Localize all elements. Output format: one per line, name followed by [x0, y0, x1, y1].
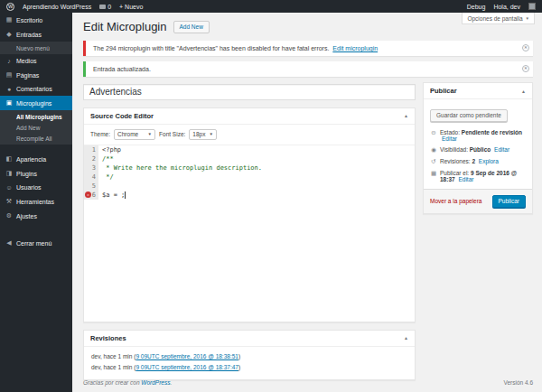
calendar-icon: ▦: [430, 170, 437, 177]
sidebar-subitem-all-microplugins[interactable]: All Microplugins: [0, 111, 72, 122]
publish-date-label: Publicar el:: [440, 170, 469, 176]
sidebar-item-comentarios[interactable]: ● Comentarios: [0, 82, 72, 96]
screen-options-label: Opciones de pantalla: [467, 15, 522, 22]
sidebar-item-microplugins[interactable]: ▣ Microplugins: [0, 96, 72, 110]
comments-shortcut[interactable]: 0: [99, 4, 111, 10]
settings-icon: ⚙: [5, 212, 13, 219]
page-title: Edit Microplugin: [83, 20, 167, 33]
edit-date-link[interactable]: Editar: [458, 176, 473, 182]
code-editor[interactable]: 1 <?php 2 /** 3 * Write here the micropl…: [84, 145, 415, 322]
collapse-menu-button[interactable]: ◀ Cerrar menú: [0, 236, 72, 250]
sidebar-item-label: Microplugins: [16, 100, 51, 107]
media-icon: ♪: [5, 58, 13, 64]
microplugins-icon: ▣: [5, 99, 13, 107]
status-value: Pendiente de revisión: [462, 129, 522, 135]
revisions-header[interactable]: Revisiones ▲: [84, 331, 415, 347]
pages-icon: ▤: [5, 71, 13, 79]
sidebar-item-label: Entradas: [16, 32, 42, 38]
source-code-editor-header[interactable]: Source Code Editor ▲: [84, 108, 415, 125]
site-name-link[interactable]: Aprendiendo WordPress: [23, 4, 91, 10]
comment-count: 0: [107, 4, 111, 10]
avatar[interactable]: [528, 3, 536, 10]
sidebar-item-escritorio[interactable]: ▦ Escritorio: [0, 13, 72, 27]
footer-thanks-suffix: .: [170, 379, 172, 386]
code-line: 5: [84, 182, 415, 191]
theme-select[interactable]: Chrome ▼: [114, 129, 155, 140]
post-title-input[interactable]: [83, 84, 416, 100]
debug-link[interactable]: Debug: [467, 4, 486, 10]
sidebar-item-herramientas[interactable]: ⚒ Herramientas: [0, 194, 72, 209]
code-line: 1 <?php: [84, 145, 415, 154]
sidebar-item-medios[interactable]: ♪ Medios: [0, 54, 72, 68]
dismiss-icon[interactable]: ✕: [522, 44, 529, 51]
wordpress-link[interactable]: WordPress: [141, 379, 170, 386]
dashboard-icon: ▦: [5, 16, 13, 23]
entradas-submenu: Nuevo menú: [0, 42, 72, 54]
save-pending-button[interactable]: Guardar como pendiente: [430, 109, 508, 122]
editor-column: Source Code Editor ▲ Theme: Chrome ▼ Fon…: [83, 82, 416, 380]
sidebar-item-label: Comentarios: [16, 86, 52, 92]
revision-link[interactable]: 9 09UTC septiembre, 2016 @ 18:37:47: [136, 364, 238, 370]
edit-status-link[interactable]: Editar: [442, 135, 457, 142]
revisions-box: Revisiones ▲ dev, hace 1 min (9 09UTC se…: [83, 330, 416, 380]
revision-row: dev, hace 1 min (9 09UTC septiembre, 201…: [91, 351, 407, 362]
font-size-select[interactable]: 18px ▼: [189, 129, 217, 140]
wordpress-logo-icon[interactable]: W: [6, 3, 14, 11]
sidebar-item-label: Herramientas: [16, 199, 54, 205]
sidebar-item-label: Medios: [16, 58, 37, 64]
visibility-label: Visibilidad:: [440, 146, 468, 153]
metabox-title: Revisiones: [90, 334, 126, 342]
font-size-select-value: 18px: [192, 131, 205, 137]
sidebar-item-paginas[interactable]: ▤ Páginas: [0, 68, 72, 82]
line-number-error-cell: ✕ 6: [84, 191, 98, 200]
dismiss-icon[interactable]: ✕: [522, 65, 529, 72]
edit-microplugin-link[interactable]: Edit microplugin: [332, 45, 378, 51]
line-number: 6: [92, 191, 96, 199]
chevron-down-icon: ▼: [148, 132, 152, 136]
sidebar-subitem-nuevo-menu[interactable]: Nuevo menú: [0, 42, 72, 53]
line-number: 1: [84, 145, 98, 154]
screen-options-tab[interactable]: Opciones de pantalla ▼: [462, 13, 535, 24]
toggle-panel-icon[interactable]: ▲: [404, 335, 408, 341]
edit-visibility-link[interactable]: Editar: [494, 146, 509, 153]
collapse-label: Cerrar menú: [16, 240, 51, 247]
code-text: <?php: [98, 145, 121, 154]
text-cursor: [125, 191, 126, 199]
move-to-trash-link[interactable]: Mover a la papelera: [430, 198, 481, 204]
add-new-button[interactable]: Add New: [173, 21, 210, 33]
comments-icon: ●: [5, 86, 13, 92]
toggle-panel-icon[interactable]: ▲: [404, 113, 408, 118]
sidebar-item-apariencia[interactable]: ◧ Apariencia: [0, 152, 72, 166]
success-notice: Entrada actualizada. ✕: [83, 61, 533, 77]
sidebar-subitem-recompile-all[interactable]: Recompile All: [0, 133, 72, 144]
sidebar-item-entradas[interactable]: ◆ Entradas: [0, 27, 72, 42]
plugins-icon: ◨: [5, 170, 13, 177]
users-icon: ☺: [5, 184, 13, 191]
sidebar-subitem-add-new[interactable]: Add New: [0, 122, 72, 133]
menu-separator: [0, 145, 72, 152]
sidebar-item-usuarios[interactable]: ☺ Usuarios: [0, 181, 72, 194]
account-menu[interactable]: Hola, dev: [493, 4, 520, 10]
revisions-label: Revisiones:: [440, 158, 471, 164]
publish-button[interactable]: Publicar: [492, 195, 526, 208]
visibility-value: Público: [470, 146, 491, 153]
revision-link[interactable]: 9 09UTC septiembre, 2016 @ 18:38:51: [136, 353, 238, 359]
success-notice-text: Entrada actualizada.: [93, 66, 151, 72]
sidebar-item-ajustes[interactable]: ⚙ Ajustes: [0, 209, 72, 223]
publish-date-row: ▦ Publicar el: 9 Sep de 2016 @ 18:37 Edi…: [430, 168, 526, 185]
sidebar-item-plugins[interactable]: ◨ Plugins: [0, 166, 72, 181]
revisions-list: dev, hace 1 min (9 09UTC septiembre, 201…: [84, 347, 415, 379]
line-number: 4: [84, 173, 98, 182]
footer-thanks-text: Gracias por crear con: [83, 379, 141, 386]
browse-revisions-link[interactable]: Explora: [479, 158, 499, 164]
sidebar-item-label: Ajustes: [16, 213, 37, 219]
publish-header[interactable]: Publicar ▲: [424, 83, 532, 99]
sidebar-item-label: Usuarios: [16, 184, 42, 191]
toggle-panel-icon[interactable]: ▲: [521, 89, 526, 94]
collapse-arrow-icon: ◀: [5, 239, 13, 247]
revision-suffix: ): [238, 364, 240, 370]
new-content-link[interactable]: + Nuevo: [119, 4, 143, 10]
comment-bubble-icon: [99, 5, 106, 9]
editor-toolbar: Theme: Chrome ▼ Font Size: 18px ▼: [84, 125, 415, 145]
code-text: [98, 182, 102, 191]
